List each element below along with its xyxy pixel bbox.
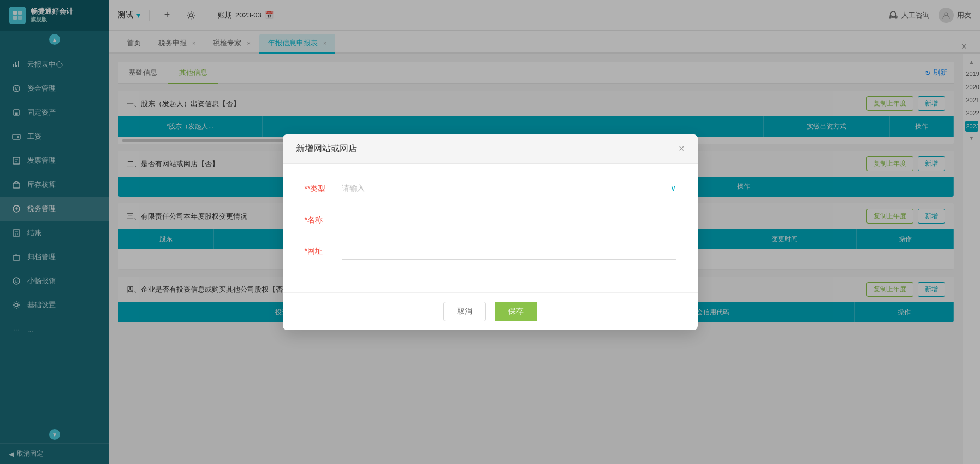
url-input[interactable] xyxy=(342,244,676,257)
form-row-url: *网址 xyxy=(305,244,676,260)
modal-close-btn[interactable]: × xyxy=(679,144,685,154)
form-input-wrap-type: ∨ xyxy=(342,181,676,197)
modal-overlay: 新增网站或网店 × **类型 ∨ *名称 xyxy=(0,0,980,464)
form-label-url: *网址 xyxy=(305,246,337,256)
modal-title: 新增网站或网店 xyxy=(296,143,357,155)
save-btn[interactable]: 保存 xyxy=(495,302,537,321)
form-input-wrap-name xyxy=(342,213,676,228)
form-input-wrap-url xyxy=(342,244,676,260)
modal-body: **类型 ∨ *名称 *网址 xyxy=(283,164,698,292)
modal-add-website: 新增网站或网店 × **类型 ∨ *名称 xyxy=(283,134,698,330)
dropdown-arrow-icon: ∨ xyxy=(670,184,676,192)
form-row-type: **类型 ∨ xyxy=(305,181,676,197)
type-input[interactable] xyxy=(342,181,670,195)
modal-footer: 取消 保存 xyxy=(283,292,698,330)
form-label-type: **类型 xyxy=(305,184,337,194)
form-row-name: *名称 xyxy=(305,213,676,228)
cancel-btn[interactable]: 取消 xyxy=(443,302,486,321)
name-input[interactable] xyxy=(342,213,676,226)
modal-header: 新增网站或网店 × xyxy=(283,134,698,164)
form-label-name: *名称 xyxy=(305,215,337,225)
